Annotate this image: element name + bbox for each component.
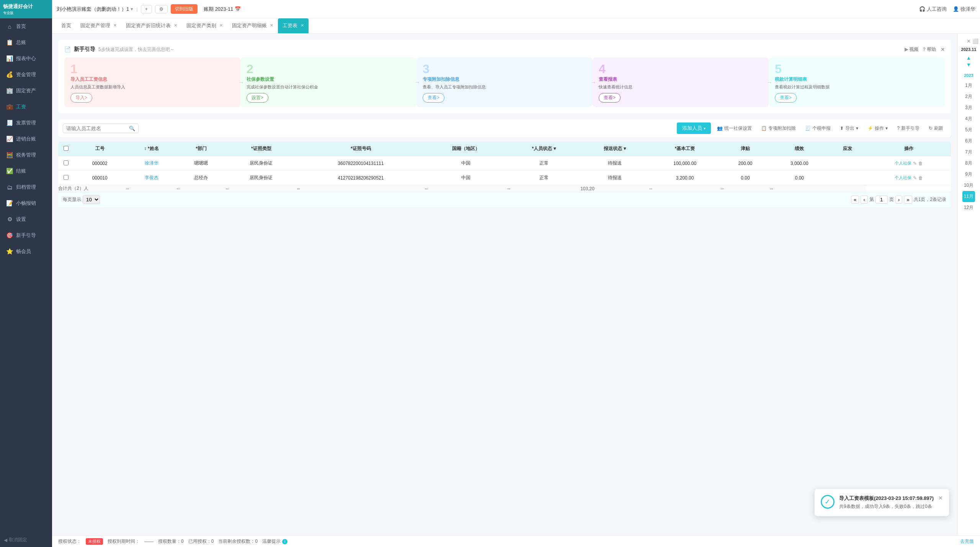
warning-info-icon: i: [282, 539, 287, 544]
sidebar-item-general-ledger[interactable]: 📋总账: [0, 34, 52, 51]
wizard-help-btn[interactable]: ? 帮助: [923, 46, 936, 53]
step-btn-2[interactable]: 设置>: [247, 93, 268, 103]
tab-close-depreciation[interactable]: ✕: [174, 23, 177, 28]
sidebar-item-fund-management[interactable]: 💰资金管理: [0, 67, 52, 83]
search-box[interactable]: 🔍: [63, 124, 139, 133]
action-delete-btn-1[interactable]: 🗑: [918, 175, 923, 181]
employee-name-link-1[interactable]: 李俊杰: [145, 175, 158, 180]
tab-close-asset-detail[interactable]: ✕: [270, 23, 273, 28]
tab-asset-detail[interactable]: 固定资产明细账✕: [227, 18, 278, 34]
calendar-month-1月[interactable]: 1月: [962, 80, 975, 91]
wizard-close-btn[interactable]: ✕: [941, 47, 945, 52]
sidebar-item-settlement[interactable]: ✅结账: [0, 163, 52, 179]
company-selector[interactable]: 刘小艳演示账套（勿删勿动！）1 ▾: [57, 6, 133, 13]
calendar-month-10月[interactable]: 10月: [962, 180, 975, 191]
tab-close-asset-type[interactable]: ✕: [219, 23, 223, 28]
personal-tax-btn[interactable]: 🧾 个税申报: [802, 124, 834, 133]
calendar-down-btn[interactable]: ▼: [966, 62, 972, 68]
tab-close-salary[interactable]: ✕: [301, 23, 304, 28]
row-name-1[interactable]: 李俊杰: [126, 171, 176, 185]
summary-row: 合计共（2）人 -- -- -- -- -- -- 103,20 -- -- -: [58, 185, 951, 192]
checkbox-0[interactable]: [64, 160, 69, 165]
new-guide-btn[interactable]: ? 新手引导: [894, 124, 923, 133]
export-btn[interactable]: ⬆ 导出 ▾: [837, 124, 861, 133]
sidebar-item-report-center[interactable]: 📊报表中心: [0, 51, 52, 67]
sidebar-item-expense[interactable]: 🧾发票管理: [0, 115, 52, 131]
page-size-select[interactable]: 10 20 50: [83, 195, 100, 204]
add-company-btn[interactable]: +: [141, 5, 152, 13]
tab-home[interactable]: 首页: [57, 18, 76, 34]
action-social-btn-1[interactable]: 个人社保: [895, 175, 911, 181]
toast-close-btn[interactable]: ✕: [938, 495, 943, 501]
tab-asset-type[interactable]: 固定资产类别✕: [182, 18, 227, 34]
row-name-0[interactable]: 徐泽华: [126, 156, 176, 171]
special-deduction-btn[interactable]: 📋 专项附加扣除: [758, 124, 799, 133]
action-social-btn-0[interactable]: 个人社保: [895, 160, 911, 166]
step-btn-3[interactable]: 查看>: [423, 93, 444, 103]
wizard-step-5: 5 税款计算明细表 查看税款计算过程及明细数据 查看>: [769, 57, 945, 107]
checkbox-1[interactable]: [64, 175, 69, 180]
tab-fixed-assets[interactable]: 固定资产管理✕: [76, 18, 121, 34]
page-input[interactable]: [875, 196, 888, 204]
next-page-btn[interactable]: ›: [895, 196, 902, 204]
select-all-header[interactable]: [58, 142, 74, 156]
employee-name-link-0[interactable]: 徐泽华: [145, 160, 158, 166]
tab-close-fixed-assets[interactable]: ✕: [113, 23, 117, 28]
calendar-month-4月[interactable]: 4月: [962, 113, 975, 124]
step-btn-5[interactable]: 查看>: [775, 93, 797, 103]
sidebar-item-settings[interactable]: ⚙设置: [0, 211, 52, 227]
panel-expand-btn[interactable]: ⬜: [972, 38, 978, 44]
tab-salary[interactable]: 工资表✕: [278, 18, 309, 34]
ai-service-btn[interactable]: 🎧 人工咨询: [919, 6, 947, 13]
unfix-btn[interactable]: ◀ 取消固定: [0, 533, 52, 547]
calendar-month-9月[interactable]: 9月: [962, 169, 975, 180]
settings-btn[interactable]: ⚙: [155, 5, 168, 13]
sidebar-item-tax-management[interactable]: 🧮税务管理: [0, 147, 52, 163]
tab-label-fixed-assets: 固定资产管理: [80, 22, 110, 29]
calendar-month-11月[interactable]: 11月: [962, 191, 975, 202]
operations-btn[interactable]: ⚡ 操作 ▾: [864, 124, 891, 133]
select-all-checkbox[interactable]: [64, 146, 69, 151]
period-selector[interactable]: 账期 2023-11 📅: [204, 6, 241, 13]
first-page-btn[interactable]: «: [851, 196, 859, 204]
prev-page-btn[interactable]: ‹: [861, 196, 867, 204]
switch-version-btn[interactable]: 切到旧版: [171, 4, 198, 14]
page-size-selector[interactable]: 每页显示 10 20 50: [63, 195, 100, 204]
sidebar-item-vip[interactable]: ⭐畅会员: [0, 243, 52, 260]
calendar-month-2月[interactable]: 2月: [962, 91, 975, 102]
row-checkbox-0[interactable]: [58, 156, 74, 171]
calendar-month-8月[interactable]: 8月: [962, 158, 975, 169]
unify-social-btn[interactable]: 👥 统一社保设置: [714, 124, 755, 133]
calendar-month-12月[interactable]: 12月: [962, 202, 975, 213]
toolbar: 🔍 添加人员 ▾ 👥 统一社保设置 📋 专项附加扣除: [58, 119, 951, 137]
calendar-month-7月[interactable]: 7月: [962, 147, 975, 158]
table-footer: 每页显示 10 20 50 « ‹ 第 页 › »: [58, 192, 951, 207]
add-employee-btn[interactable]: 添加人员 ▾: [677, 122, 711, 134]
recharge-link[interactable]: 去充值: [960, 538, 974, 545]
action-delete-btn-0[interactable]: 🗑: [918, 161, 923, 166]
action-edit-btn-0[interactable]: ✎: [913, 161, 917, 166]
calendar-up-btn[interactable]: ▲: [966, 55, 972, 61]
tab-depreciation[interactable]: 固定资产折旧统计表✕: [121, 18, 182, 34]
step-btn-1[interactable]: 导入>: [70, 93, 92, 103]
calendar-month-6月[interactable]: 6月: [962, 136, 975, 147]
user-menu[interactable]: 👤 徐泽华: [953, 6, 975, 13]
sidebar-item-archive[interactable]: 🗂归档管理: [0, 179, 52, 195]
wizard-video-btn[interactable]: ▶ 视频: [905, 46, 918, 53]
sidebar-item-expense-report[interactable]: 📝小畅报销: [0, 195, 52, 211]
calendar-month-5月[interactable]: 5月: [962, 124, 975, 136]
refresh-btn[interactable]: ↻ 刷新: [926, 124, 946, 133]
panel-close-btn[interactable]: ✕: [967, 38, 971, 44]
sidebar-item-salary[interactable]: 💼工资: [0, 99, 52, 115]
sidebar-item-sales-ledger[interactable]: 📈进销台账: [0, 131, 52, 147]
sidebar-item-home[interactable]: ⌂首页: [0, 18, 52, 34]
sidebar-item-guide[interactable]: 🎯新手引导: [0, 227, 52, 243]
row-checkbox-1[interactable]: [58, 171, 74, 185]
action-edit-btn-1[interactable]: ✎: [913, 175, 917, 181]
calendar-month-3月[interactable]: 3月: [962, 102, 975, 113]
last-page-btn[interactable]: »: [904, 196, 912, 204]
sidebar-item-fixed-assets[interactable]: 🏢固定资产: [0, 83, 52, 99]
search-input[interactable]: [66, 126, 127, 131]
sidebar-label-settlement: 结账: [16, 168, 26, 175]
step-btn-4[interactable]: 查看>: [599, 93, 621, 103]
